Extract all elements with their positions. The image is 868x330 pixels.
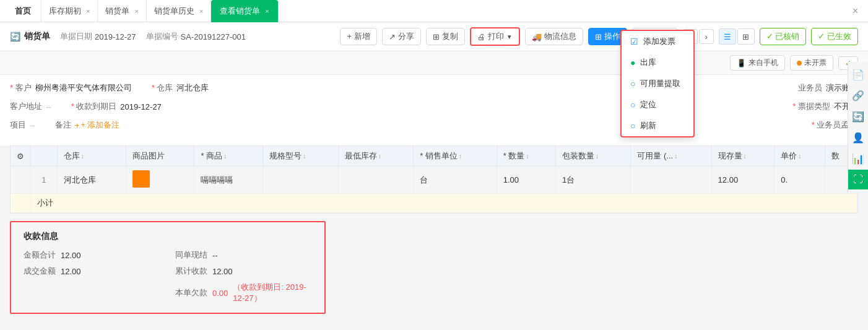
close-tab-history[interactable]: ×: [199, 7, 203, 15]
sidebar-refresh-icon[interactable]: 🔄: [848, 106, 868, 126]
copy-button[interactable]: ⊞ 复制: [426, 28, 465, 45]
transaction-label: 成交金额: [24, 266, 56, 277]
form-row-2: 客户地址 -- 收款到期日 2019-12-27 票据类型 不开票: [10, 101, 858, 112]
col-unit: * 销售单位↕: [414, 146, 497, 167]
amount-total-row: 金额合计 12.00: [24, 250, 160, 261]
row-min-stock: [338, 167, 413, 194]
same-order-label: 同单现结: [175, 250, 207, 261]
subtotal-gear: [11, 194, 31, 213]
col-img: 商品图片: [126, 146, 194, 167]
orange-dot-icon: [797, 61, 802, 66]
row-price: 0.: [775, 167, 825, 194]
customer-label: 客户: [10, 82, 32, 93]
col-min-stock: 最低库存↕: [338, 146, 413, 167]
col-gear[interactable]: ⚙: [11, 146, 31, 167]
tab-view-sales[interactable]: 查看销货单 ×: [211, 0, 278, 22]
tab-sales-history[interactable]: 销货单历史 ×: [147, 0, 211, 22]
close-tab-sales[interactable]: ×: [134, 7, 138, 15]
add-note-btn[interactable]: + + 添加备注: [75, 119, 120, 131]
dropdown-available-qty[interactable]: ○ 可用量提取: [622, 73, 693, 94]
doc-title: 🔄 销货单: [10, 31, 50, 42]
number-label: 单据编号: [146, 31, 178, 42]
same-order-value: --: [212, 251, 218, 260]
col-price: 单价↕: [775, 146, 825, 167]
not-opened-btn[interactable]: 未开票: [790, 55, 833, 71]
row-number: 1: [31, 167, 58, 194]
warehouse-label: 仓库: [152, 82, 173, 93]
sidebar-link-icon[interactable]: 🔗: [848, 85, 868, 105]
product-table: ⚙ 仓库↕ 商品图片 * 商品↕ 规格型号↕ 最低库存↕ * 销售单位↕ * 数…: [11, 146, 857, 213]
new-button[interactable]: + 新增: [340, 28, 376, 45]
effective-button[interactable]: ✓ 已生效: [811, 28, 858, 45]
row-current: 12.00: [711, 167, 775, 194]
row-gear[interactable]: [11, 167, 31, 194]
warehouse-field: 仓库 河北仓库: [152, 82, 209, 93]
dropdown-add-invoice[interactable]: ☑ 添加发票: [622, 31, 693, 52]
list-view-btn[interactable]: ☰: [719, 28, 736, 45]
row-pkg-qty: 1台: [555, 167, 630, 194]
radio-unselected-icon1: ○: [630, 79, 635, 89]
date-label: 单据日期: [60, 31, 92, 42]
tab-inventory-init[interactable]: 库存期初 ×: [41, 0, 98, 22]
amount-total-value: 12.00: [61, 251, 81, 260]
sidebar-chart-icon[interactable]: 📊: [848, 149, 868, 168]
col-warehouse: 仓库↕: [57, 146, 126, 167]
table-header-row: ⚙ 仓库↕ 商品图片 * 商品↕ 规格型号↕ 最低库存↕ * 销售单位↕ * 数…: [11, 146, 857, 167]
balance-note: （收款到期日: 2019-12-27）: [233, 282, 312, 304]
project-label: 项目: [10, 119, 26, 131]
close-tab-view[interactable]: ×: [265, 7, 269, 15]
close-tab-inventory[interactable]: ×: [86, 7, 90, 15]
tab-home[interactable]: 首页: [5, 0, 41, 22]
row-spec: [263, 167, 338, 194]
print-button[interactable]: 🖨 打印 ▼: [470, 27, 520, 46]
tab-bar: 首页 库存期初 × 销货单 × 销货单历史 × 查看销货单 × ×: [0, 0, 868, 22]
dropdown-refresh[interactable]: ○ 刷新: [622, 115, 693, 136]
note-label: 备注: [55, 119, 71, 131]
logistics-button[interactable]: 🚚 物流信息: [525, 28, 583, 45]
row-available: [631, 167, 711, 194]
subtotal-row: 小计: [11, 194, 857, 213]
customer-field: 客户 柳州粤港平安气体有限公司: [10, 82, 132, 93]
cancelled-button[interactable]: ✓ 已核销: [760, 28, 807, 45]
sidebar-user-icon[interactable]: 👤: [848, 128, 868, 147]
tab-sales-order[interactable]: 销货单 ×: [98, 0, 146, 22]
row-warehouse: 河北仓库: [57, 167, 126, 194]
sidebar-doc-icon[interactable]: 📄: [848, 64, 868, 84]
col-current: 现存量↕: [711, 146, 775, 167]
cumulative-row: 累计收款 12.00: [175, 266, 312, 277]
subtotal-label: 小计: [31, 194, 857, 213]
from-mobile-btn[interactable]: 📱 来自手机: [730, 55, 785, 71]
balance-value: 0.00: [212, 289, 228, 298]
next-arrow[interactable]: ›: [699, 29, 714, 44]
date-value: 2019-12-27: [95, 32, 136, 41]
row-qty: 1.00: [497, 167, 555, 194]
doc-title-text: 销货单: [24, 31, 50, 42]
sidebar-expand-icon[interactable]: ⛶: [848, 170, 868, 189]
operations-icon: ⊞: [595, 32, 602, 41]
share-button[interactable]: ↗ 分享: [382, 28, 421, 45]
dropdown-locate[interactable]: ○ 定位: [622, 94, 693, 115]
dropdown-outbound[interactable]: ● 出库: [622, 52, 693, 73]
grid-view-btn[interactable]: ⊞: [737, 28, 755, 45]
amount-total-label: 金额合计: [24, 250, 56, 261]
product-image: [132, 170, 150, 188]
cumulative-value: 12.00: [212, 267, 233, 276]
close-all-tabs[interactable]: ×: [848, 6, 863, 17]
ticket-type-label: 票据类型: [792, 101, 830, 112]
payment-section: 收款信息 金额合计 12.00 同单现结 -- 成交金额 12.00 累计收款 …: [10, 221, 326, 314]
col-qty: * 数量↕: [497, 146, 555, 167]
project-value: --: [30, 121, 35, 130]
right-sidebar: 📄 🔗 🔄 👤 📊 ⛶: [848, 62, 868, 192]
balance-row: 本单欠款 0.00 （收款到期日: 2019-12-27）: [175, 282, 312, 304]
transaction-value: 12.00: [61, 267, 81, 276]
due-date-value: 2019-12-27: [120, 102, 162, 111]
balance-label: 本单欠款: [175, 287, 207, 298]
radio-unselected-icon2: ○: [630, 100, 635, 110]
col-available: 可用量 (...↕: [631, 146, 711, 167]
address-label: 客户地址: [10, 101, 42, 112]
payment-title: 收款信息: [24, 231, 312, 242]
print-dropdown-arrow: ▼: [506, 33, 513, 40]
payment-grid: 金额合计 12.00 同单现结 -- 成交金额 12.00 累计收款 12.00…: [24, 250, 312, 304]
due-date-label: 收款到期日: [71, 101, 117, 112]
transaction-row: 成交金额 12.00: [24, 266, 160, 277]
